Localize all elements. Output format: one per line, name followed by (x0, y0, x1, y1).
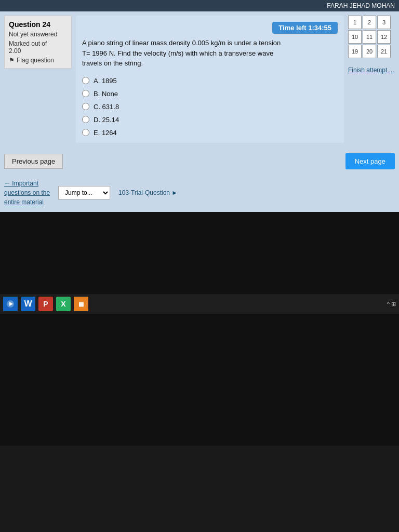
system-tray: ^ ⊞ (387, 294, 396, 314)
taskbar-icon-excel[interactable]: X (56, 297, 71, 311)
q-btn-3[interactable]: 3 (377, 16, 391, 29)
trial-question-link[interactable]: 103-Trial-Question ► (118, 189, 178, 196)
taskbar-icon-powerpoint[interactable]: P (38, 297, 53, 311)
option-C: C. 631.8 (82, 103, 338, 111)
time-bar: Time left 1:34:55 (82, 22, 338, 34)
taskbar-icon-word[interactable]: W (21, 297, 35, 311)
finish-attempt-link[interactable]: Finish attempt ... (348, 66, 395, 74)
video-icon (6, 300, 15, 308)
next-page-button[interactable]: Next page (345, 153, 395, 169)
user-name: FARAH JEHAD MOHAN (327, 2, 395, 9)
left-sidebar: Question 24 Not yet answered Marked out … (4, 16, 72, 143)
q-btn-1[interactable]: 1 (348, 16, 362, 29)
option-E-label: E. 1264 (94, 129, 117, 137)
question-text: A piano string of linear mass density 0.… (82, 38, 338, 69)
radio-E[interactable] (82, 129, 89, 136)
option-D: D. 25.14 (82, 116, 338, 124)
q-btn-12[interactable]: 12 (377, 30, 391, 44)
taskbar-icon-misc[interactable]: ▦ (74, 297, 88, 311)
question-area: Time left 1:34:55 A piano string of line… (76, 16, 344, 143)
not-answered-status: Not yet answered (9, 31, 67, 38)
right-panel: 1 2 3 10 11 12 19 20 21 Finish attempt .… (348, 16, 395, 143)
option-A: A. 1895 (82, 77, 338, 85)
footer-links: ← Importantquestions on theentire materi… (0, 176, 399, 212)
option-A-label: A. 1895 (94, 77, 117, 85)
important-questions-link[interactable]: ← Importantquestions on theentire materi… (4, 179, 50, 207)
time-badge: Time left 1:34:55 (272, 22, 338, 34)
options-list: A. 1895 B. None C. 631.8 D. 25.14 E. 126… (82, 77, 338, 137)
option-E: E. 1264 (82, 129, 338, 137)
marks-value: 2.00 (9, 47, 21, 55)
option-D-label: D. 25.14 (94, 116, 119, 124)
option-B-label: B. None (94, 90, 118, 98)
laptop-body (0, 212, 399, 446)
radio-A[interactable] (82, 77, 89, 84)
radio-C[interactable] (82, 103, 89, 110)
top-bar: FARAH JEHAD MOHAN (0, 0, 399, 11)
taskbar-icon-video[interactable] (3, 297, 18, 311)
previous-page-button[interactable]: Previous page (4, 154, 63, 169)
nav-bar: Previous page Next page (0, 147, 399, 176)
q-btn-11[interactable]: 11 (363, 30, 376, 44)
q-btn-19[interactable]: 19 (348, 45, 362, 58)
flag-question-button[interactable]: ⚑ Flag question (9, 57, 67, 64)
marked-out-label: Marked out of 2.00 (9, 40, 67, 55)
radio-B[interactable] (82, 90, 89, 97)
question-info: Question 24 Not yet answered Marked out … (4, 16, 72, 69)
main-content: Question 24 Not yet answered Marked out … (0, 11, 399, 147)
q-btn-20[interactable]: 20 (363, 45, 376, 58)
option-C-label: C. 631.8 (94, 103, 119, 111)
option-B: B. None (82, 90, 338, 98)
flag-icon: ⚑ (9, 57, 15, 64)
question-grid: 1 2 3 10 11 12 19 20 21 (348, 16, 395, 58)
question-number: Question 24 (9, 20, 67, 29)
tray-icons: ^ ⊞ (387, 301, 396, 308)
taskbar: W P X ▦ (0, 294, 399, 314)
radio-D[interactable] (82, 116, 89, 123)
q-btn-21[interactable]: 21 (377, 45, 391, 58)
jump-to-select[interactable]: Jump to... (58, 186, 110, 200)
q-btn-10[interactable]: 10 (348, 30, 362, 44)
q-btn-2[interactable]: 2 (363, 16, 376, 29)
